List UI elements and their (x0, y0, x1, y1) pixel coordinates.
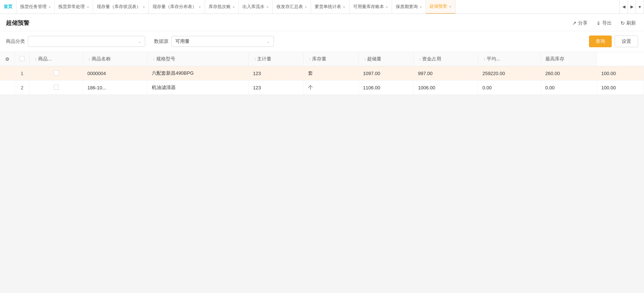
col-product-code[interactable]: ↕ 商品... (29, 52, 83, 66)
category-select[interactable]: ⌄ (28, 36, 145, 47)
col-max-stock[interactable]: 最高库存 (541, 52, 597, 66)
col-overstock[interactable]: ↕ 超储量 (358, 52, 413, 66)
row-product-name: 六配套新昌490BPG (147, 66, 248, 81)
row-checkbox-cell[interactable] (29, 81, 83, 95)
tab-stock-status[interactable]: 现存量（库存状况表） × (93, 0, 149, 14)
col-stock[interactable]: ↕ 库存量 (303, 52, 358, 66)
tab-quality-check[interactable]: 保质期查询 × (392, 0, 426, 14)
sort-icon: ↕ (254, 57, 256, 61)
sort-icon: ↕ (88, 57, 90, 61)
sort-icon: ↕ (35, 57, 37, 61)
table-row: 1 0000004 六配套新昌490BPG 123 套 1097.00 997.… (0, 66, 644, 81)
setting-button[interactable]: 设置 (615, 36, 638, 47)
category-label: 商品分类 (6, 38, 25, 45)
tab-inout-flow[interactable]: 出入库流水 × (239, 0, 272, 14)
topbar: 首页 拣货任务管理 × 拣货异常处理 × 现存量（库存状况表） × 现存量（库存… (0, 0, 644, 14)
close-icon[interactable]: × (420, 5, 422, 9)
row-product-code: 0000004 (83, 66, 147, 81)
close-icon[interactable]: × (343, 5, 345, 9)
row-unit: 个 (303, 81, 358, 95)
close-icon[interactable]: × (449, 4, 451, 9)
tab-jianhuo-exception[interactable]: 拣货异常处理 × (55, 0, 93, 14)
sort-icon: ↕ (364, 57, 366, 61)
tab-order-stats[interactable]: 要货单统计表 × (311, 0, 349, 14)
filter-area: 商品分类 ⌄ 数据源 可用量 ⌄ 查询 设置 (0, 31, 644, 52)
export-icon: ⇓ (596, 20, 601, 26)
category-filter-group: 商品分类 ⌄ (6, 36, 145, 47)
close-icon[interactable]: × (266, 5, 268, 9)
row-checkbox[interactable] (54, 85, 59, 90)
query-button[interactable]: 查询 (589, 36, 612, 47)
row-product-code: 186-10... (83, 81, 147, 95)
datasource-select[interactable]: 可用量 ⌄ (171, 36, 274, 47)
col-gear[interactable]: ⚙ (0, 52, 15, 66)
col-spec[interactable]: ↕ 规格型号 (147, 52, 248, 66)
row-max-stock: 100.00 (597, 66, 644, 81)
close-icon[interactable]: × (198, 5, 201, 9)
gear-icon: ⚙ (5, 56, 10, 62)
tab-batch-account[interactable]: 库存批次账 × (205, 0, 239, 14)
close-icon[interactable]: × (87, 5, 89, 9)
chevron-down-icon: ⌄ (267, 39, 270, 44)
row-capital: 259220.00 (478, 66, 541, 81)
datasource-label: 数据源 (154, 38, 168, 45)
data-table: ⚙ ↕ 商品... ↕ 商品名称 ↕ 规格型号 (0, 52, 644, 95)
tab-overstock-warning[interactable]: 超储预警 × (426, 0, 455, 14)
close-icon[interactable]: × (48, 5, 51, 9)
nav-next-button[interactable]: ▶ (628, 0, 636, 14)
col-capital[interactable]: ↕ 资金占用 (413, 52, 478, 66)
table-container: ⚙ ↕ 商品... ↕ 商品名称 ↕ 规格型号 (0, 52, 644, 95)
tab-home[interactable]: 首页 (0, 0, 17, 14)
close-icon[interactable]: × (233, 5, 235, 9)
share-icon: ↗ (572, 20, 577, 26)
close-icon[interactable]: × (143, 5, 145, 9)
sort-icon: ↕ (153, 57, 155, 61)
row-gear-cell (0, 81, 15, 95)
row-stock: 1106.00 (358, 81, 413, 95)
row-capital: 0.00 (478, 81, 541, 95)
row-avg: 260.00 (541, 66, 597, 81)
close-icon[interactable]: × (386, 5, 388, 9)
page-header: 超储预警 ↗ 分享 ⇓ 导出 ↻ 刷新 (0, 14, 644, 31)
row-no: 2 (15, 81, 29, 95)
close-icon[interactable]: × (305, 5, 307, 9)
tab-receive-summary[interactable]: 收发存汇总表 × (273, 0, 311, 14)
datasource-filter-group: 数据源 可用量 ⌄ (154, 36, 274, 47)
col-checkbox-header[interactable] (15, 52, 29, 66)
sort-icon: ↕ (483, 57, 485, 61)
col-avg[interactable]: ↕ 平均... (478, 52, 541, 66)
export-button[interactable]: ⇓ 导出 (594, 18, 614, 28)
col-product-name[interactable]: ↕ 商品名称 (83, 52, 147, 66)
sort-icon: ↕ (309, 57, 311, 61)
refresh-button[interactable]: ↻ 刷新 (618, 18, 638, 28)
nav-arrows: ◀ ▶ ▼ (619, 0, 644, 14)
header-checkbox[interactable] (19, 56, 25, 61)
refresh-icon: ↻ (621, 20, 625, 26)
row-spec: 123 (248, 81, 303, 95)
sort-icon: ↕ (419, 57, 421, 61)
row-avg: 0.00 (541, 81, 597, 95)
tab-jianhuo-task[interactable]: 拣货任务管理 × (17, 0, 55, 14)
row-no: 1 (15, 66, 29, 81)
share-button[interactable]: ↗ 分享 (570, 18, 590, 28)
row-spec: 123 (248, 66, 303, 81)
row-checkbox[interactable] (54, 70, 59, 75)
row-checkbox-cell[interactable] (29, 66, 83, 81)
chevron-down-icon: ⌄ (138, 39, 141, 44)
nav-menu-button[interactable]: ▼ (636, 0, 644, 14)
nav-prev-button[interactable]: ◀ (620, 0, 628, 14)
row-max-stock: 100.00 (597, 81, 644, 95)
page-container: 超储预警 ↗ 分享 ⇓ 导出 ↻ 刷新 商品分类 ⌄ 数据源 (0, 14, 644, 95)
row-unit: 套 (303, 66, 358, 81)
row-stock: 1097.00 (358, 66, 413, 81)
table-row: 2 186-10... 机油滤清器 123 个 1106.00 1006.00 … (0, 81, 644, 95)
row-gear-cell (0, 66, 15, 81)
col-unit[interactable]: ↕ 主计量 (248, 52, 303, 66)
datasource-value: 可用量 (175, 38, 190, 45)
tab-available-stock[interactable]: 可用量库存账本 × (350, 0, 392, 14)
tab-stock-dist[interactable]: 现存量（库存分布表） × (149, 0, 205, 14)
row-overstock: 997.00 (413, 66, 478, 81)
row-overstock: 1006.00 (413, 81, 478, 95)
page-title: 超储预警 (6, 19, 29, 27)
filter-actions: 查询 设置 (589, 36, 638, 47)
